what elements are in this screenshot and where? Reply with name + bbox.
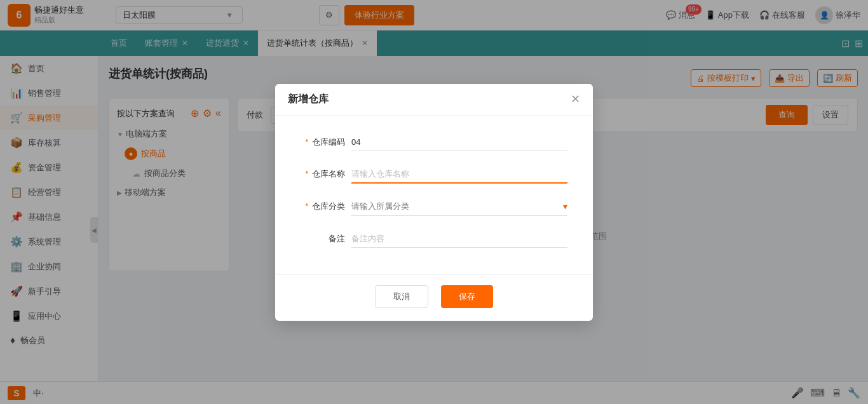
category-select-wrap: ▾	[351, 198, 567, 216]
code-required: *	[305, 137, 308, 147]
note-input[interactable]	[351, 230, 567, 248]
dialog-header: 新增仓库 ✕	[275, 84, 593, 116]
dialog-close-btn[interactable]: ✕	[571, 93, 580, 105]
note-label: 备注	[301, 233, 351, 245]
form-row-code: * 仓库编码	[301, 133, 567, 151]
form-row-category: * 仓库分类 ▾	[301, 198, 567, 216]
dialog-overlay[interactable]: 新增仓库 ✕ * 仓库编码 * 仓库名称	[0, 0, 868, 404]
code-label: * 仓库编码	[301, 137, 351, 148]
add-warehouse-dialog: 新增仓库 ✕ * 仓库编码 * 仓库名称	[275, 84, 593, 321]
category-required: *	[305, 201, 308, 211]
warehouse-code-input[interactable]	[351, 133, 567, 151]
name-label: * 仓库名称	[301, 168, 351, 180]
form-row-note: 备注	[301, 230, 567, 248]
warehouse-name-input[interactable]	[351, 165, 567, 184]
category-label: * 仓库分类	[301, 201, 351, 212]
dialog-title: 新增仓库	[288, 93, 329, 106]
category-dropdown-icon[interactable]: ▾	[563, 201, 567, 212]
dialog-body: * 仓库编码 * 仓库名称 * 仓库分类	[275, 116, 593, 274]
category-select-input[interactable]	[351, 201, 563, 211]
form-row-name: * 仓库名称	[301, 165, 567, 184]
cancel-button[interactable]: 取消	[375, 285, 428, 308]
save-button[interactable]: 保存	[441, 285, 493, 308]
dialog-footer: 取消 保存	[275, 274, 593, 321]
name-required: *	[305, 169, 308, 178]
